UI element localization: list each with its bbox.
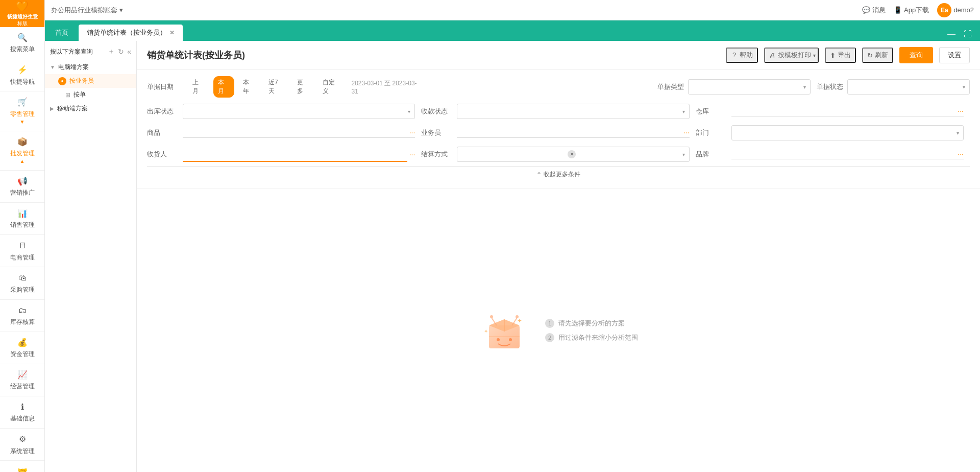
app-download-label: App下载 (904, 6, 929, 15)
export-button[interactable]: ⬆ 导出 (825, 48, 856, 63)
sidebar-item-marketing[interactable]: 📢 营销推广 (0, 171, 44, 203)
refresh-scheme-icon[interactable]: ↻ (118, 48, 124, 56)
marketing-icon: 📢 (17, 176, 28, 187)
system-icon: ⚙ (19, 434, 26, 445)
tree-mobile-label: 移动端方案 (57, 104, 88, 113)
grid-icon: ⊞ (65, 91, 70, 99)
sidebar-label-purchase: 采购管理 (10, 286, 35, 294)
department-arrow-icon: ▾ (957, 130, 959, 136)
department-label: 部门 (696, 128, 731, 137)
sidebar-item-operation[interactable]: 📈 经营管理 (0, 364, 44, 396)
app-logo[interactable]: 🧡 畅捷通好生意 标版 (0, 0, 45, 27)
app-download-button[interactable]: 📱 App下载 (894, 6, 929, 15)
sidebar-item-retail[interactable]: 🛒 零售管理 ▼ (0, 91, 44, 131)
date-custom[interactable]: 自定义 (318, 76, 346, 98)
tree-item-by-order[interactable]: ⊞ 按单 (45, 88, 136, 102)
add-scheme-button[interactable]: ＋ (108, 47, 115, 56)
template-print-label: 按模板打印 (778, 51, 811, 60)
template-print-button[interactable]: 🖨 按模板打印 ▾ (764, 48, 819, 63)
sidebar-label-finance: 资金管理 (10, 350, 35, 359)
sidebar-item-ecommerce[interactable]: 🖥 电商管理 (0, 235, 44, 267)
sidebar-item-quick-nav[interactable]: ⚡ 快捷导航 (0, 59, 44, 91)
user-profile[interactable]: Ea demo2 (937, 3, 974, 17)
settlement-label: 结算方式 (421, 150, 457, 159)
receiver-dots-icon[interactable]: ··· (409, 150, 415, 158)
receiver-label: 收货人 (147, 150, 183, 159)
sidebar-label-inventory: 库存核算 (10, 318, 35, 326)
salesperson-dots-icon[interactable]: ··· (683, 128, 690, 136)
brand-dots-icon[interactable]: ··· (958, 150, 964, 158)
out-status-select[interactable]: ▾ (183, 104, 415, 119)
sidebar-item-search[interactable]: 🔍 搜索菜单 (0, 27, 44, 59)
empty-illustration: ✦ ✦ (479, 305, 530, 356)
sidebar-item-basic[interactable]: ℹ 基础信息 (0, 396, 44, 429)
tab-close-icon[interactable]: ✕ (169, 29, 175, 36)
doc-type-select[interactable]: ▾ (688, 79, 811, 95)
sidebar-item-finance[interactable]: 💰 资金管理 (0, 332, 44, 364)
sidebar-item-sales[interactable]: 📊 销售管理 (0, 203, 44, 235)
ecommerce-icon: 🖥 (18, 240, 27, 251)
svg-point-11 (516, 315, 519, 318)
refresh-button[interactable]: ↻ 刷新 (862, 48, 893, 63)
maximize-tab-icon[interactable]: ⛶ (962, 28, 974, 41)
left-panel: 按以下方案查询 ＋ ↻ « ▼ 电脑端方案 ● 按业务员 ⊞ 按单 ▶ (45, 41, 137, 472)
purchase-icon: 🛍 (18, 272, 27, 284)
collapse-button[interactable]: ⌃ 收起更多条件 (147, 167, 970, 182)
settlement-clear-icon[interactable]: × (568, 150, 576, 158)
export-label: 导出 (838, 51, 851, 60)
tree-mobile-group[interactable]: ▶ 移动端方案 (45, 102, 136, 115)
date-this-month[interactable]: 本月 (213, 76, 235, 98)
sidebar-item-collab[interactable]: 🤝 企业协同 (0, 461, 44, 472)
date-this-year[interactable]: 本年 (238, 76, 260, 98)
collapse-label: 收起更多条件 (544, 170, 580, 179)
message-button[interactable]: 💬 消息 (862, 6, 886, 15)
tree-desktop-group[interactable]: ▼ 电脑端方案 (45, 60, 136, 74)
query-button[interactable]: 查询 (899, 47, 933, 63)
sidebar-label-retail: 零售管理 (10, 110, 35, 119)
sidebar-label-basic: 基础信息 (10, 414, 35, 423)
date-last-month[interactable]: 上月 (188, 76, 209, 98)
tip-1-number: 1 (545, 319, 554, 328)
sidebar-item-system[interactable]: ⚙ 系统管理 (0, 429, 44, 461)
sidebar-item-purchase[interactable]: 🛍 采购管理 (0, 267, 44, 299)
settlement-select[interactable]: × ▾ (457, 147, 689, 162)
department-select[interactable]: ▾ (731, 125, 964, 140)
filter-grid-row2: 商品 ··· 业务员 ··· (147, 125, 970, 140)
department-control: ▾ (731, 125, 964, 140)
date-more[interactable]: 更多 (292, 76, 314, 98)
filter-grid-row3: 收货人 ··· 结算方式 × (147, 147, 970, 162)
settings-button[interactable]: 设置 (939, 47, 970, 63)
sidebar-label-system: 系统管理 (10, 447, 35, 456)
account-dropdown[interactable]: 办公用品行业模拟账套 ▾ (51, 6, 123, 15)
payment-status-select[interactable]: ▾ (457, 104, 689, 119)
topbar-left: 办公用品行业模拟账套 ▾ (51, 6, 123, 15)
sidebar-item-inventory[interactable]: 🗂 库存核算 (0, 300, 44, 332)
sales-icon: 📊 (17, 208, 28, 219)
salesperson-control: ··· (457, 128, 689, 138)
warehouse-control: ··· (731, 107, 964, 116)
account-name: 办公用品行业模拟账套 (51, 6, 117, 15)
tab-home[interactable]: 首页 (47, 25, 77, 41)
doc-status-select[interactable]: ▾ (847, 79, 970, 95)
out-status-label: 出库状态 (147, 107, 183, 116)
receiver-input[interactable] (183, 147, 407, 162)
doc-status-label: 单据状态 (817, 82, 843, 91)
collapse-panel-icon[interactable]: « (127, 48, 131, 56)
tree-expand-icon: ▼ (50, 64, 55, 70)
tree-item-by-salesperson[interactable]: ● 按业务员 (45, 74, 136, 88)
sidebar-item-wholesale[interactable]: 📦 批发管理 ▲ (0, 131, 44, 171)
dropdown-arrow-icon: ▾ (119, 6, 123, 14)
goods-dots-icon[interactable]: ··· (409, 128, 415, 136)
wholesale-icon: 📦 (17, 136, 28, 148)
brand-control: ··· (731, 150, 964, 159)
topbar: 办公用品行业模拟账套 ▾ 💬 消息 📱 App下载 Ea demo2 (45, 0, 980, 20)
right-panel: 销货单统计表(按业务员) ？ 帮助 🖨 按模板打印 ▾ ⬆ 导出 (137, 41, 980, 472)
tree-mobile-expand-icon: ▶ (50, 106, 54, 111)
active-scheme-icon: ● (58, 77, 66, 85)
tab-sales-report[interactable]: 销货单统计表（按业务员） ✕ (79, 25, 183, 41)
warehouse-dots-icon[interactable]: ··· (958, 107, 964, 115)
help-button[interactable]: ？ 帮助 (726, 48, 758, 63)
print-arrow-icon: ▾ (813, 53, 816, 58)
minimize-tab-icon[interactable]: — (945, 28, 958, 41)
date-last-7[interactable]: 近7天 (264, 76, 288, 98)
